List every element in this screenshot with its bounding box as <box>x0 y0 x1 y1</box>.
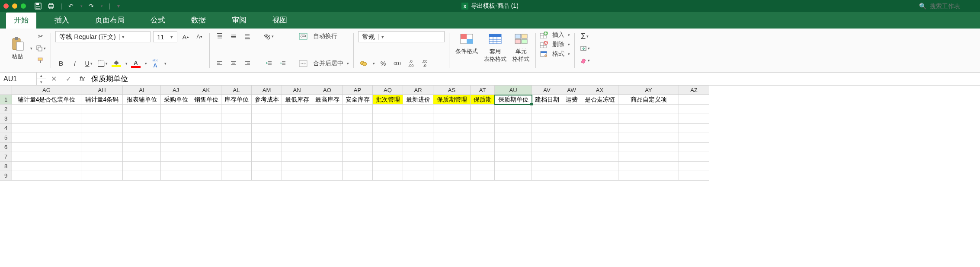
cell-AX2[interactable] <box>581 105 618 114</box>
cell-AW1[interactable]: 运费 <box>562 95 581 105</box>
cell-AW9[interactable] <box>562 171 581 181</box>
cell-AV7[interactable] <box>532 152 562 162</box>
row-header-7[interactable]: 7 <box>0 152 12 162</box>
cell-AH7[interactable] <box>81 152 123 162</box>
cell-AR1[interactable]: 最新进价 <box>403 95 433 105</box>
qat-customize-icon[interactable]: ▾ <box>117 3 120 9</box>
cell-AU8[interactable] <box>495 162 532 171</box>
cell-AL7[interactable] <box>221 152 252 162</box>
redo-icon[interactable]: ↷ <box>89 3 94 10</box>
cell-AZ9[interactable] <box>679 171 709 181</box>
cell-AT7[interactable] <box>471 152 495 162</box>
cell-AT5[interactable] <box>471 133 495 143</box>
comma-style-icon[interactable]: 000 <box>391 58 403 69</box>
cell-AW4[interactable] <box>562 124 581 133</box>
cell-AX5[interactable] <box>581 133 618 143</box>
tab-data[interactable]: 数据 <box>183 13 214 29</box>
cell-AU5[interactable] <box>495 133 532 143</box>
cell-AR7[interactable] <box>403 152 433 162</box>
cell-AP6[interactable] <box>343 143 373 152</box>
increase-font-icon[interactable]: A▴ <box>180 32 191 42</box>
cell-AV5[interactable] <box>532 133 562 143</box>
cell-AP5[interactable] <box>343 133 373 143</box>
wrap-text-label[interactable]: 自动换行 <box>313 32 337 40</box>
cell-AO5[interactable] <box>312 133 343 143</box>
cell-AG3[interactable] <box>12 114 81 124</box>
currency-icon[interactable] <box>358 58 369 69</box>
cell-AT3[interactable] <box>471 114 495 124</box>
align-right-icon[interactable] <box>242 58 253 69</box>
cell-AO2[interactable] <box>312 105 343 114</box>
minimize-window-button[interactable] <box>12 3 17 9</box>
cell-AQ9[interactable] <box>373 171 403 181</box>
column-header-AT[interactable]: AT <box>471 86 495 95</box>
cell-AI4[interactable] <box>123 124 161 133</box>
cell-AZ6[interactable] <box>679 143 709 152</box>
cell-AR6[interactable] <box>403 143 433 152</box>
tab-view[interactable]: 视图 <box>265 13 295 29</box>
bold-icon[interactable]: B <box>55 58 67 69</box>
orientation-icon[interactable]: ab▾ <box>263 31 275 41</box>
close-window-button[interactable] <box>3 3 9 9</box>
column-header-AI[interactable]: AI <box>123 86 161 95</box>
decrease-font-icon[interactable]: A▾ <box>194 32 205 42</box>
search-box[interactable]: 🔍 <box>919 2 977 10</box>
cancel-formula-icon[interactable]: ✕ <box>46 75 61 83</box>
cell-AQ8[interactable] <box>373 162 403 171</box>
cell-AH3[interactable] <box>81 114 123 124</box>
cell-AV1[interactable]: 建档日期 <box>532 95 562 105</box>
cell-AU1[interactable]: 保质期单位 <box>495 95 532 105</box>
cell-AW5[interactable] <box>562 133 581 143</box>
cell-AJ5[interactable] <box>161 133 191 143</box>
print-icon[interactable] <box>48 3 54 10</box>
autosum-icon[interactable]: Σ▾ <box>579 31 590 41</box>
cell-AL8[interactable] <box>221 162 252 171</box>
cell-AS7[interactable] <box>433 152 471 162</box>
cell-AU9[interactable] <box>495 171 532 181</box>
conditional-format-button[interactable]: 条件格式 <box>454 31 480 55</box>
cell-AP8[interactable] <box>343 162 373 171</box>
cell-AU4[interactable] <box>495 124 532 133</box>
column-header-AN[interactable]: AN <box>282 86 312 95</box>
cell-AZ4[interactable] <box>679 124 709 133</box>
border-icon[interactable]: ▾ <box>97 58 108 69</box>
cell-AP9[interactable] <box>343 171 373 181</box>
cell-AX4[interactable] <box>581 124 618 133</box>
cell-AJ2[interactable] <box>161 105 191 114</box>
cell-AO7[interactable] <box>312 152 343 162</box>
cell-AT2[interactable] <box>471 105 495 114</box>
cell-AN5[interactable] <box>282 133 312 143</box>
cell-AY4[interactable] <box>618 124 679 133</box>
cell-AU2[interactable] <box>495 105 532 114</box>
merge-center-icon[interactable] <box>298 58 309 69</box>
cell-AS1[interactable]: 保质期管理 <box>433 95 471 105</box>
cell-AX6[interactable] <box>581 143 618 152</box>
increase-decimal-icon[interactable]: .0.00 <box>405 58 416 69</box>
column-header-AM[interactable]: AM <box>252 86 282 95</box>
cell-AT1[interactable]: 保质期 <box>471 95 495 105</box>
cell-AJ1[interactable]: 采购单位 <box>161 95 191 105</box>
cell-AZ3[interactable] <box>679 114 709 124</box>
cell-AY6[interactable] <box>618 143 679 152</box>
cell-AM4[interactable] <box>252 124 282 133</box>
column-header-AW[interactable]: AW <box>562 86 581 95</box>
cell-AO3[interactable] <box>312 114 343 124</box>
align-top-icon[interactable] <box>214 31 225 41</box>
cell-AU7[interactable] <box>495 152 532 162</box>
cell-AM3[interactable] <box>252 114 282 124</box>
decrease-indent-icon[interactable] <box>263 58 275 69</box>
cell-AL9[interactable] <box>221 171 252 181</box>
cell-AI7[interactable] <box>123 152 161 162</box>
cell-AS5[interactable] <box>433 133 471 143</box>
cell-AG5[interactable] <box>12 133 81 143</box>
column-header-AK[interactable]: AK <box>191 86 221 95</box>
cell-AI9[interactable] <box>123 171 161 181</box>
cell-AN2[interactable] <box>282 105 312 114</box>
cell-AN1[interactable]: 最低库存 <box>282 95 312 105</box>
align-bottom-icon[interactable] <box>242 31 253 41</box>
cell-AV8[interactable] <box>532 162 562 171</box>
select-all-corner[interactable] <box>0 86 12 95</box>
cell-AP4[interactable] <box>343 124 373 133</box>
enter-formula-icon[interactable]: ✓ <box>61 75 76 83</box>
cell-AH2[interactable] <box>81 105 123 114</box>
